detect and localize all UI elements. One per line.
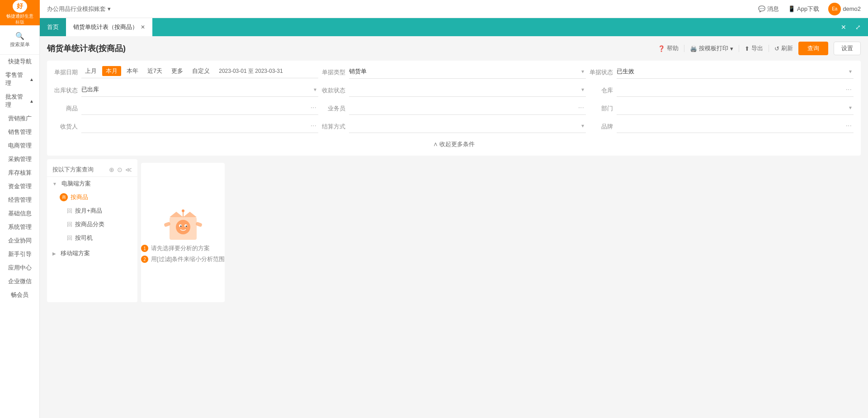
page-header: 销货单统计表(按商品) ❓ 帮助 🖨️ 按模板打印 ▾ ⬆ 导出 — [47, 42, 861, 55]
date-7-days[interactable]: 近7天 — [144, 66, 166, 76]
divider3 — [769, 45, 769, 52]
empty-illustration — [160, 199, 206, 244]
date-this-year[interactable]: 本年 — [123, 66, 142, 76]
topbar-right: 💬 消息 📱 App下载 Ea demo2 — [758, 3, 861, 15]
refresh-button[interactable]: ↺ 刷新 — [774, 44, 793, 52]
sidebar-item-basic-info[interactable]: 基础信息 — [3, 207, 37, 220]
sidebar-item-membership[interactable]: 畅会员 — [5, 288, 34, 302]
sidebar-item-operation[interactable]: 经营管理 — [3, 193, 37, 207]
product-dots[interactable]: ··· — [311, 104, 316, 112]
tree-item-by-product[interactable]: 商 按商品 — [47, 190, 137, 204]
brand-field[interactable]: ··· — [617, 120, 854, 133]
collapse-button[interactable]: ∧ 收起更多条件 — [54, 137, 854, 150]
type-field[interactable]: 销货单 ▾ — [349, 66, 586, 79]
enterprise-label: 企业协同 — [8, 237, 32, 245]
tab-close-button[interactable]: ✕ — [837, 21, 850, 33]
left-panel: 按以下方案查询 ⊕ ⊙ ≪ ▼ 电脑端方案 商 按商品 — [47, 159, 137, 302]
staff-dots[interactable]: ··· — [578, 104, 584, 112]
sidebar-item-system[interactable]: 系统管理 — [3, 220, 37, 234]
step2-num: 2 — [141, 256, 148, 263]
topbar: 办公用品行业模拟账套 ▾ 💬 消息 📱 App下载 Ea demo2 — [40, 0, 868, 18]
tab-sales-stat[interactable]: 销货单统计表（按商品） ✕ — [66, 18, 152, 36]
settings-scheme-button[interactable]: ⊙ — [117, 166, 123, 173]
template-print-button[interactable]: 🖨️ 按模板打印 ▾ — [690, 44, 733, 52]
date-last-month[interactable]: 上月 — [81, 66, 100, 76]
sidebar-item-inventory[interactable]: 库存核算 — [3, 166, 37, 180]
tree-item-by-product-category[interactable]: 回 按商品分类 — [47, 218, 137, 231]
receipt-label: 收款状态 — [322, 86, 349, 95]
receiver-field[interactable]: ··· — [81, 120, 318, 133]
retail-label: 零售管理 — [5, 71, 27, 87]
brand-dots[interactable]: ··· — [846, 122, 852, 130]
payment-field[interactable]: ▾ — [349, 120, 586, 133]
storage-field[interactable]: ··· — [617, 84, 854, 97]
warehouse-dropdown-icon: ▾ — [314, 86, 316, 93]
tab-close-icon[interactable]: ✕ — [141, 24, 145, 30]
search-menu-button[interactable]: 🔍 搜索菜单 — [4, 30, 36, 50]
date-custom[interactable]: 自定义 — [189, 66, 213, 76]
divider — [684, 45, 684, 52]
marketing-label: 营销推广 — [8, 114, 32, 123]
svg-point-1 — [176, 220, 190, 234]
staff-field[interactable]: ··· — [349, 102, 586, 115]
sidebar-item-guide[interactable]: 新手引导 — [3, 247, 37, 261]
purchase-label: 采购管理 — [8, 155, 32, 163]
membership-label: 畅会员 — [11, 291, 28, 299]
tree-item-by-printer[interactable]: 回 按司机 — [47, 231, 137, 245]
by-month-product-label: 按月+商品 — [75, 207, 102, 215]
export-button[interactable]: ⬆ 导出 — [745, 44, 763, 52]
help-button[interactable]: ❓ 帮助 — [658, 44, 679, 52]
sidebar-item-retail[interactable]: 零售管理 ▲ — [0, 68, 39, 90]
app-name: 畅捷通好生意 — [6, 14, 33, 19]
app-logo: 好 畅捷通好生意 标版 — [0, 0, 40, 25]
message-label: 消息 — [767, 5, 779, 13]
message-button[interactable]: 💬 消息 — [758, 5, 779, 13]
chevron-icon: ▲ — [29, 77, 34, 82]
main-area: 办公用品行业模拟账套 ▾ 💬 消息 📱 App下载 Ea demo2 首页 — [40, 0, 868, 418]
collapse-panel-button[interactable]: ≪ — [125, 166, 132, 173]
filter-section: 单据日期 上月 本月 本年 近7天 更多 自定义 2023-03-01 至 20… — [47, 61, 861, 156]
sidebar-item-app-center[interactable]: 应用中心 — [3, 261, 37, 275]
date-this-month[interactable]: 本月 — [102, 66, 121, 76]
topbar-left: 办公用品行业模拟账套 ▾ — [47, 5, 111, 13]
left-panel-title: 按以下方案查询 — [52, 166, 94, 174]
storage-dots[interactable]: ··· — [846, 86, 852, 94]
add-scheme-button[interactable]: ⊕ — [109, 166, 114, 173]
tab-maximize-button[interactable]: ⤢ — [852, 21, 864, 33]
industry-dropdown[interactable]: 办公用品行业模拟账套 ▾ — [47, 5, 111, 13]
query-button[interactable]: 查询 — [798, 42, 828, 55]
sidebar-item-wechat[interactable]: 企业微信 — [3, 275, 37, 288]
status-value: 已生效 — [617, 67, 849, 76]
product-field[interactable]: ··· — [81, 102, 318, 115]
wholesale-label: 批发管理 — [5, 93, 27, 109]
tabbar: 首页 销货单统计表（按商品） ✕ ✕ ⤢ — [40, 18, 868, 36]
search-icon: 🔍 — [15, 32, 24, 40]
basic-info-label: 基础信息 — [8, 209, 32, 218]
dept-field[interactable]: ▾ — [617, 102, 854, 115]
tab-sales-stat-label: 销货单统计表（按商品） — [73, 23, 138, 31]
warehouse-field[interactable]: 已出库 ▾ — [81, 84, 318, 97]
sidebar-item-sales[interactable]: 销售管理 — [3, 125, 37, 139]
sidebar-item-wholesale[interactable]: 批发管理 ▲ — [0, 90, 39, 112]
user-menu[interactable]: Ea demo2 — [828, 3, 861, 15]
user-name: demo2 — [843, 5, 861, 12]
sidebar-item-finance[interactable]: 资金管理 — [3, 180, 37, 193]
app-download-button[interactable]: 📱 App下载 — [788, 5, 819, 13]
tree-item-by-month-product[interactable]: 回 按月+商品 — [47, 204, 137, 218]
type-value: 销货单 — [349, 67, 581, 76]
sidebar-item-enterprise[interactable]: 企业协同 — [3, 234, 37, 247]
print-dropdown-icon: ▾ — [730, 45, 733, 52]
sidebar-item-quick-nav[interactable]: 快捷导航 — [3, 55, 37, 68]
sidebar-item-marketing[interactable]: 营销推广 — [3, 112, 37, 125]
tab-home[interactable]: 首页 — [40, 18, 66, 36]
sidebar-item-ecommerce[interactable]: 电商管理 — [3, 139, 37, 152]
ecommerce-label: 电商管理 — [8, 142, 32, 150]
status-field[interactable]: 已生效 ▾ — [617, 66, 854, 79]
receiver-dots[interactable]: ··· — [311, 122, 316, 130]
receipt-field[interactable]: ▾ — [349, 84, 586, 97]
computer-section-label: 电脑端方案 — [61, 180, 91, 188]
sidebar-item-purchase[interactable]: 采购管理 — [3, 152, 37, 166]
date-more[interactable]: 更多 — [168, 66, 187, 76]
settings-button[interactable]: 设置 — [834, 42, 861, 55]
left-panel-header: 按以下方案查询 ⊕ ⊙ ≪ — [47, 163, 137, 177]
